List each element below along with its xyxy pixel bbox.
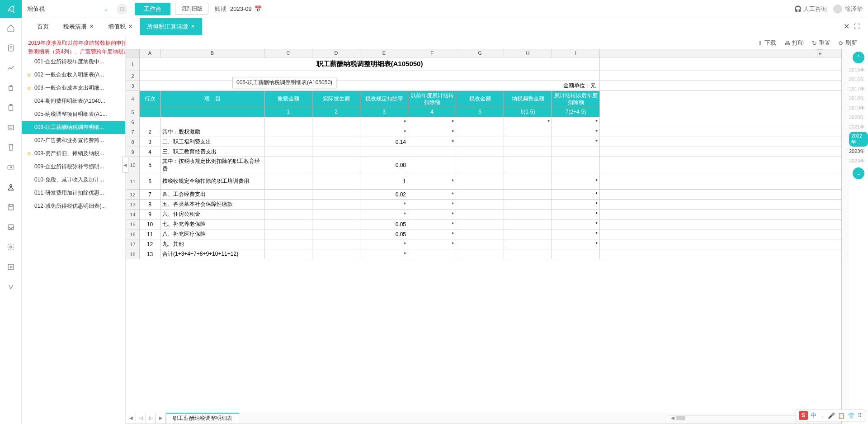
row-number[interactable]: 18 xyxy=(126,249,140,259)
data-cell[interactable] xyxy=(456,249,504,259)
row-item[interactable]: 七、补充养老保险 xyxy=(160,219,264,229)
sheet-nav-last[interactable]: ▶ xyxy=(156,413,166,424)
round-doc-icon[interactable] xyxy=(117,4,127,14)
row-number[interactable]: 7 xyxy=(126,127,140,137)
data-cell[interactable] xyxy=(456,239,504,249)
year-item[interactable]: 2023年 xyxy=(849,147,868,156)
old-version-button[interactable]: 切到旧版 xyxy=(175,3,208,15)
data-cell[interactable] xyxy=(504,127,552,137)
row-index[interactable]: 10 xyxy=(140,219,160,229)
data-cell[interactable] xyxy=(456,219,504,229)
row-index[interactable]: 2 xyxy=(140,127,160,137)
expand-right-handle[interactable]: ▶ xyxy=(817,49,823,57)
data-cell[interactable]: * xyxy=(408,229,456,239)
data-cell[interactable] xyxy=(552,249,600,259)
close-icon[interactable]: ✕ xyxy=(128,24,132,29)
year-item[interactable]: 2016年 xyxy=(849,75,868,84)
app-logo[interactable] xyxy=(0,0,22,18)
row-number[interactable]: 15 xyxy=(126,219,140,229)
row-item[interactable]: 六、住房公积金 xyxy=(160,210,264,219)
data-cell[interactable] xyxy=(456,229,504,239)
year-item[interactable]: 2017年 xyxy=(849,84,868,94)
data-cell[interactable]: * xyxy=(504,117,552,127)
tab-税表清册[interactable]: 税表清册✕ xyxy=(56,18,101,35)
vertical-scrollbar[interactable] xyxy=(842,49,849,424)
year-item[interactable]: 2021年 xyxy=(849,122,868,132)
data-cell[interactable] xyxy=(456,117,504,127)
consult-link[interactable]: 🎧 人工咨询 xyxy=(794,5,827,13)
sheet-tab[interactable]: 职工薪酬纳税调整明细表 xyxy=(166,413,239,424)
data-cell[interactable] xyxy=(504,210,552,219)
data-cell[interactable] xyxy=(408,249,456,259)
data-cell[interactable] xyxy=(456,210,504,219)
data-cell[interactable] xyxy=(264,249,312,259)
row-number[interactable]: 5 xyxy=(126,107,140,117)
row-number[interactable]: 12 xyxy=(126,190,140,199)
data-cell[interactable] xyxy=(312,147,360,157)
scrollbar-thumb[interactable] xyxy=(676,416,685,420)
data-cell[interactable] xyxy=(312,117,360,127)
data-cell[interactable]: 1 xyxy=(360,173,408,189)
row-item[interactable]: 三、职工教育经费支出 xyxy=(160,147,264,157)
year-item[interactable]: 2024年 xyxy=(849,156,868,166)
data-cell[interactable] xyxy=(456,147,504,157)
col-header-e[interactable]: E xyxy=(360,49,408,57)
row-number[interactable]: 8 xyxy=(126,137,140,147)
year-up-button[interactable]: ⌃ xyxy=(853,52,864,63)
form-item[interactable]: ⊘011-研发费用加计扣除优惠... xyxy=(22,186,125,200)
nav-play[interactable] xyxy=(0,257,22,277)
row-number[interactable]: 13 xyxy=(126,200,140,209)
form-item[interactable]: ⊘010-免税、减计收入及加计... xyxy=(22,173,125,186)
nav-list[interactable] xyxy=(0,118,22,138)
select-all-corner[interactable] xyxy=(126,49,140,57)
year-item[interactable]: 2015年 xyxy=(849,65,868,75)
data-cell[interactable] xyxy=(504,173,552,189)
data-cell[interactable]: * xyxy=(552,190,600,199)
data-cell[interactable]: * xyxy=(552,117,600,127)
col-header-b[interactable]: B xyxy=(160,49,264,57)
ime-keyboard-icon[interactable]: 📋 xyxy=(838,412,845,419)
year-item[interactable]: 2020年 xyxy=(849,113,868,122)
ime-mic-icon[interactable]: 🎤 xyxy=(828,412,835,419)
nav-bag[interactable] xyxy=(0,78,22,98)
data-cell[interactable] xyxy=(264,239,312,249)
data-cell[interactable] xyxy=(504,147,552,157)
data-cell[interactable]: * xyxy=(360,249,408,259)
data-cell[interactable] xyxy=(504,190,552,199)
form-item[interactable]: ⊘005-纳税调整项目明细表(A1... xyxy=(22,108,125,121)
sheet-nav-next[interactable]: ▷ xyxy=(146,413,156,424)
nav-tax[interactable] xyxy=(0,177,22,197)
data-cell[interactable] xyxy=(312,200,360,209)
data-cell[interactable]: * xyxy=(408,210,456,219)
data-cell[interactable] xyxy=(504,229,552,239)
row-number[interactable]: 3 xyxy=(126,81,140,91)
data-cell[interactable] xyxy=(312,137,360,147)
data-cell[interactable]: * xyxy=(408,173,456,189)
expand-panel-button[interactable]: ⛶ xyxy=(854,23,860,30)
year-down-button[interactable]: ⌄ xyxy=(853,167,864,179)
ime-lang[interactable]: 中 xyxy=(811,411,816,419)
row-item[interactable]: 其中：股权激励 xyxy=(160,127,264,137)
row-index[interactable]: 13 xyxy=(140,249,160,259)
data-cell[interactable] xyxy=(360,147,408,157)
data-cell[interactable] xyxy=(504,219,552,229)
row-number[interactable]: 4 xyxy=(126,91,140,107)
data-cell[interactable]: * xyxy=(360,127,408,137)
row-index[interactable]: 11 xyxy=(140,229,160,239)
data-cell[interactable] xyxy=(264,147,312,157)
row-number[interactable]: 9 xyxy=(126,147,140,157)
ime-toolbar[interactable]: S 中 ， 🎤 📋 👕 ⠿ xyxy=(796,410,865,421)
data-cell[interactable]: * xyxy=(408,200,456,209)
data-cell[interactable] xyxy=(264,137,312,147)
row-item[interactable] xyxy=(160,117,264,127)
data-cell[interactable]: * xyxy=(552,219,600,229)
data-cell[interactable]: * xyxy=(360,200,408,209)
row-index[interactable]: 4 xyxy=(140,147,160,157)
data-cell[interactable] xyxy=(264,117,312,127)
data-cell[interactable] xyxy=(456,190,504,199)
data-cell[interactable] xyxy=(312,249,360,259)
nav-shirt[interactable] xyxy=(0,138,22,157)
row-number[interactable]: 16 xyxy=(126,229,140,239)
sheet-nav-prev[interactable]: ◁ xyxy=(136,413,146,424)
row-index[interactable]: 12 xyxy=(140,239,160,249)
